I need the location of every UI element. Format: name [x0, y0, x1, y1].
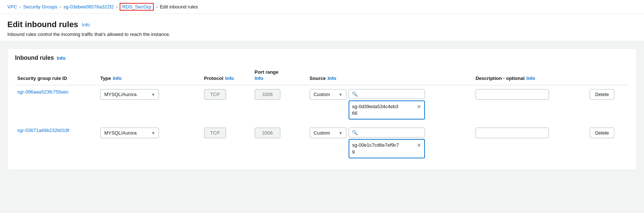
type-info-link[interactable]: Info [113, 76, 122, 81]
delete-button-2[interactable]: Delete [590, 128, 615, 138]
source-wrapper-1: Custom ▼ 🔍 [310, 89, 471, 120]
port-value-2: 3306 [255, 128, 280, 138]
desc-input-2[interactable] [476, 128, 549, 138]
col-header-action [587, 66, 629, 85]
rules-table-wrapper: Security group rule ID Type Info Protoco [15, 66, 629, 162]
tag-box-1: sg-0d39eda534c4eb366 ✕ [349, 100, 425, 120]
page-title: Edit inbound rules [7, 20, 78, 29]
table-row: sgr-03671a69b232b019f MYSQL/Aurora ▼ [15, 123, 629, 162]
rules-table: Security group rule ID Type Info Protoco [15, 66, 629, 162]
breadcrumb-security-groups[interactable]: Security Groups [23, 4, 57, 10]
source-info-link[interactable]: Info [328, 76, 336, 81]
cell-type-2: MYSQL/Aurora ▼ [98, 123, 202, 162]
cell-source-1: Custom ▼ 🔍 [308, 85, 473, 123]
search-input-2[interactable] [360, 130, 422, 135]
col-header-sg-rule-id: Security group rule ID [15, 66, 98, 85]
search-icon-1: 🔍 [352, 91, 358, 97]
protocol-info-link[interactable]: Info [225, 76, 234, 81]
type-select-2[interactable]: MYSQL/Aurora [100, 128, 159, 138]
delete-button-1[interactable]: Delete [590, 89, 615, 100]
cell-rule-id-1: sgr-096aaa523fc758aec [15, 85, 98, 123]
source-select-1[interactable]: Custom [310, 89, 346, 100]
tag-text-2: sg-00e1c7cd6e7ef9c79 [352, 142, 415, 155]
breadcrumb-sep-4: › [156, 4, 157, 10]
port-info-link[interactable]: Info [255, 76, 263, 81]
main-content: Inbound rules Info Security group rule I… [0, 41, 644, 177]
table-row: sgr-096aaa523fc758aec MYSQL/Aurora ▼ [15, 85, 629, 123]
rule-id-link-1[interactable]: sgr-096aaa523fc758aec [17, 89, 69, 95]
col-header-description: Description - optional Info [473, 66, 587, 85]
rule-id-link-2[interactable]: sgr-03671a69b232b019f [17, 128, 69, 133]
search-icon-2: 🔍 [352, 130, 358, 135]
col-header-port: Port range Info [252, 66, 308, 85]
breadcrumb: VPC › Security Groups › sg-03ebee08576a3… [0, 0, 644, 14]
cell-port-2: 3306 [252, 123, 308, 162]
section-info-link[interactable]: Info [57, 55, 66, 61]
search-input-1[interactable] [360, 91, 422, 97]
cell-action-2: Delete [587, 123, 629, 162]
section-header: Inbound rules Info [15, 55, 629, 61]
protocol-value-2: TCP [204, 128, 226, 138]
search-input-wrapper-1[interactable]: 🔍 [349, 89, 425, 99]
desc-info-link[interactable]: Info [527, 76, 535, 81]
breadcrumb-vpc[interactable]: VPC [7, 4, 17, 10]
table-header-row: Security group rule ID Type Info Protoco [15, 66, 629, 85]
tag-box-2: sg-00e1c7cd6e7ef9c79 ✕ [349, 139, 425, 158]
breadcrumb-current: Edit inbound rules [160, 4, 198, 10]
page-header: Edit inbound rules Info Inbound rules co… [0, 14, 644, 41]
search-col-2: 🔍 sg-00e1c7cd6e7ef9c79 ✕ [349, 128, 425, 158]
type-select-wrapper-2: MYSQL/Aurora ▼ [100, 128, 159, 138]
tag-close-1[interactable]: ✕ [417, 104, 421, 110]
tag-close-2[interactable]: ✕ [417, 142, 421, 148]
search-col-1: 🔍 sg-0d39eda534c4eb366 ✕ [349, 89, 425, 120]
search-input-wrapper-2[interactable]: 🔍 [349, 128, 425, 137]
cell-desc-1 [473, 85, 587, 123]
cell-protocol-2: TCP [202, 123, 252, 162]
section-title: Inbound rules [15, 55, 54, 61]
breadcrumb-sg-id[interactable]: sg-03ebee08576a322f2 [63, 4, 114, 10]
port-value-1: 3306 [255, 89, 280, 100]
type-select-1[interactable]: MYSQL/Aurora [100, 89, 159, 100]
tag-text-1: sg-0d39eda534c4eb366 [352, 103, 415, 117]
col-header-type: Type Info [98, 66, 202, 85]
col-header-source: Source Info [308, 66, 473, 85]
source-select-wrapper-2: Custom ▼ [310, 128, 346, 138]
cell-rule-id-2: sgr-03671a69b232b019f [15, 123, 98, 162]
cell-action-1: Delete [587, 85, 629, 123]
col-header-protocol: Protocol Info [202, 66, 252, 85]
protocol-value-1: TCP [204, 89, 226, 100]
cell-protocol-1: TCP [202, 85, 252, 123]
type-select-wrapper-1: MYSQL/Aurora ▼ [100, 89, 159, 100]
cell-port-1: 3306 [252, 85, 308, 123]
page-subtitle: Inbound rules control the incoming traff… [7, 32, 637, 37]
breadcrumb-sep-3: › [116, 4, 117, 10]
inbound-rules-card: Inbound rules Info Security group rule I… [7, 48, 637, 170]
breadcrumb-rds-secgrp[interactable]: RDS_SecGrp [120, 3, 154, 11]
cell-desc-2 [473, 123, 587, 162]
breadcrumb-sep-2: › [59, 4, 61, 10]
source-wrapper-2: Custom ▼ 🔍 [310, 128, 471, 158]
desc-input-1[interactable] [476, 89, 549, 100]
cell-source-2: Custom ▼ 🔍 [308, 123, 473, 162]
page-info-link[interactable]: Info [82, 22, 90, 27]
cell-type-1: MYSQL/Aurora ▼ [98, 85, 202, 123]
breadcrumb-sep-1: › [19, 4, 21, 10]
source-select-2[interactable]: Custom [310, 128, 346, 138]
source-select-wrapper-1: Custom ▼ [310, 89, 346, 100]
